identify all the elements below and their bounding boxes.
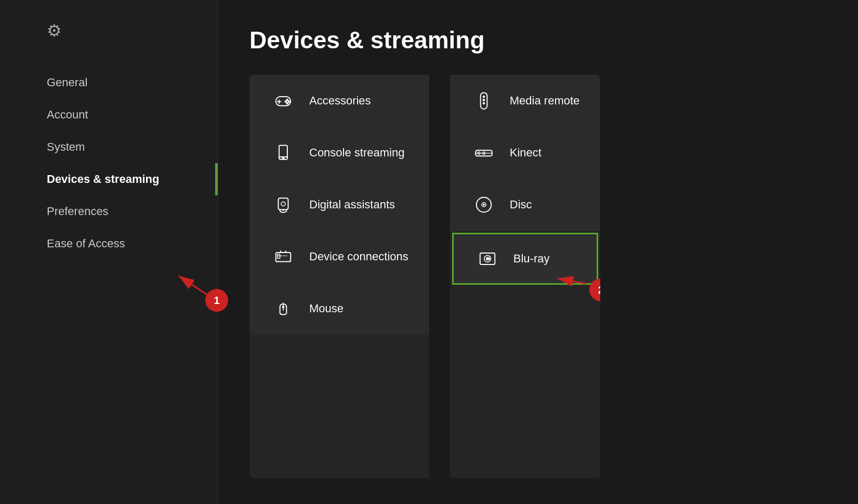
sidebar-item-account[interactable]: Account bbox=[0, 99, 218, 131]
device-connections-label: Device connections bbox=[309, 250, 408, 263]
menu-item-console-streaming[interactable]: Console streaming bbox=[249, 127, 429, 179]
menu-item-mouse[interactable]: Mouse bbox=[249, 283, 429, 335]
menu-item-media-remote[interactable]: Media remote bbox=[450, 75, 601, 127]
sidebar-item-preferences[interactable]: Preferences bbox=[0, 195, 218, 228]
bluray-icon: HD bbox=[474, 249, 500, 269]
digital-assistants-label: Digital assistants bbox=[309, 198, 395, 211]
disc-label: Disc bbox=[510, 198, 532, 211]
mouse-icon bbox=[270, 299, 296, 319]
svg-point-8 bbox=[286, 102, 288, 104]
svg-text:HD: HD bbox=[486, 258, 490, 260]
svg-point-21 bbox=[483, 96, 484, 97]
sidebar-item-system[interactable]: System bbox=[0, 131, 218, 163]
svg-rect-17 bbox=[278, 254, 280, 258]
svg-line-1 bbox=[179, 276, 210, 297]
annotation-2-container: 2 bbox=[545, 273, 600, 322]
device-connections-icon bbox=[270, 247, 296, 267]
accessories-label: Accessories bbox=[309, 94, 371, 108]
console-streaming-label: Console streaming bbox=[309, 146, 404, 160]
media-remote-icon bbox=[471, 91, 497, 111]
left-menu-column: Accessories Console streaming bbox=[249, 75, 429, 478]
menu-grid: Accessories Console streaming bbox=[249, 75, 827, 478]
svg-point-5 bbox=[286, 99, 288, 100]
svg-point-30 bbox=[483, 204, 484, 205]
media-remote-label: Media remote bbox=[510, 94, 580, 108]
svg-point-23 bbox=[483, 102, 484, 104]
menu-item-blu-ray[interactable]: HD Blu-ray 2 bbox=[452, 233, 599, 285]
annotation-1-circle: 1 bbox=[205, 289, 228, 312]
svg-point-11 bbox=[282, 157, 284, 159]
svg-point-13 bbox=[281, 202, 285, 206]
svg-point-7 bbox=[285, 101, 286, 102]
disc-icon bbox=[471, 195, 497, 215]
sidebar: ⚙ General Account System Devices & strea… bbox=[0, 0, 218, 504]
menu-item-accessories[interactable]: Accessories bbox=[249, 75, 429, 127]
console-streaming-icon bbox=[270, 143, 296, 163]
gamepad-icon bbox=[270, 91, 296, 111]
menu-item-disc[interactable]: Disc bbox=[450, 179, 601, 231]
svg-point-19 bbox=[282, 306, 284, 308]
digital-assistant-icon bbox=[270, 195, 296, 215]
menu-item-device-connections[interactable]: Device connections bbox=[249, 231, 429, 283]
sidebar-item-general[interactable]: General bbox=[0, 67, 218, 99]
mouse-label: Mouse bbox=[309, 302, 344, 315]
main-content: Devices & streaming Accessories bbox=[218, 0, 858, 504]
page-title: Devices & streaming bbox=[249, 26, 827, 54]
sidebar-navigation: General Account System Devices & streami… bbox=[0, 67, 218, 260]
svg-line-36 bbox=[558, 278, 586, 284]
sidebar-item-devices-streaming[interactable]: Devices & streaming bbox=[0, 163, 218, 195]
settings-gear-icon: ⚙ bbox=[47, 21, 218, 41]
menu-item-digital-assistants[interactable]: Digital assistants bbox=[249, 179, 429, 231]
svg-point-22 bbox=[483, 99, 484, 100]
kinect-icon bbox=[471, 143, 497, 163]
svg-rect-12 bbox=[279, 198, 288, 209]
kinect-label: Kinect bbox=[510, 146, 542, 160]
menu-item-kinect[interactable]: Kinect bbox=[450, 127, 601, 179]
svg-point-6 bbox=[288, 101, 290, 102]
blu-ray-label: Blu-ray bbox=[513, 252, 550, 266]
right-menu-column: Media remote Kinect bbox=[450, 75, 601, 478]
sidebar-item-ease-of-access[interactable]: Ease of Access bbox=[0, 228, 218, 260]
